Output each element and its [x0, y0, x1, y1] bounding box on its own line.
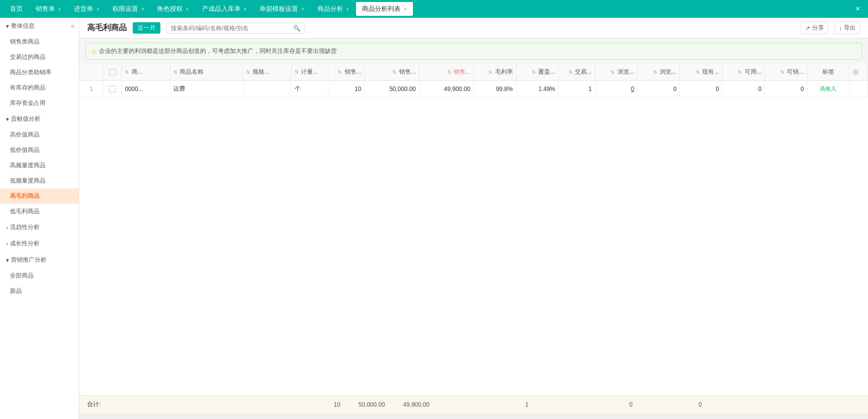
td-tag: 高收入: [807, 81, 850, 97]
nav-roles[interactable]: 角色授权 ×: [151, 2, 195, 16]
window-close-button[interactable]: ×: [852, 4, 864, 13]
page-title: 高毛利商品: [87, 23, 127, 33]
period-button[interactable]: 近一月: [133, 22, 160, 34]
th-trade[interactable]: 交易...: [559, 64, 595, 81]
th-sales-amt[interactable]: 销售...: [364, 64, 419, 81]
sidebar-collapse-button[interactable]: «: [71, 22, 75, 30]
sidebar-item-sales-goods[interactable]: 销售类商品: [0, 34, 79, 49]
td-stock2: 0: [722, 81, 765, 97]
nav-permissions-label: 权限设置: [112, 4, 138, 13]
td-trade: 1: [559, 81, 595, 97]
sidebar-item-stock-capital[interactable]: 库存资金占用: [0, 95, 79, 111]
search-icon[interactable]: 🔍: [293, 25, 301, 32]
column-settings-icon[interactable]: ⚙: [853, 68, 859, 76]
th-unit[interactable]: 计量...: [291, 64, 328, 81]
nav-roles-close[interactable]: ×: [186, 6, 189, 12]
nav-product-analysis-close[interactable]: ×: [346, 6, 349, 12]
sidebar-item-high-value-label: 高价值商品: [10, 131, 40, 138]
sidebar-item-category-rate[interactable]: 商品分类助销率: [0, 65, 79, 80]
horizontal-scrollbar[interactable]: [79, 413, 868, 419]
nav-template-settings-label: 单据模板设置: [259, 4, 298, 13]
sidebar-item-high-value[interactable]: 高价值商品: [0, 127, 79, 142]
th-num: [79, 64, 103, 81]
nav-home[interactable]: 首页: [4, 2, 29, 16]
th-sales-cost[interactable]: 销售...: [419, 64, 473, 81]
nav-analysis-list-close[interactable]: ×: [404, 6, 407, 12]
nav-analysis-list-label: 商品分析列表: [362, 4, 401, 13]
th-browse2[interactable]: 浏览...: [637, 64, 680, 81]
export-button[interactable]: ↓ 导出: [834, 22, 860, 34]
nav-finished-goods[interactable]: 产成品入库单 ×: [196, 2, 253, 16]
sidebar-group-trend[interactable]: › 流趋性分析: [0, 219, 79, 235]
th-cover[interactable]: 覆盖...: [516, 64, 559, 81]
browse1-link[interactable]: 0: [631, 86, 634, 93]
footer-saleable: 0: [670, 401, 705, 408]
nav-home-label: 首页: [10, 4, 23, 13]
sidebar-item-low-margin[interactable]: 低毛利商品: [0, 204, 79, 219]
nav-template-settings[interactable]: 单据模板设置 ×: [254, 2, 310, 16]
footer-bar: 合计: 10 50,000.00 49,900.00 1 0 0: [79, 395, 868, 413]
footer-total-label: 合计:: [87, 400, 101, 409]
search-box: 🔍: [166, 23, 305, 34]
th-name[interactable]: 商品名称: [170, 64, 243, 81]
sidebar-item-new-goods[interactable]: 新品: [0, 283, 79, 299]
th-spec[interactable]: 规格...: [243, 64, 291, 81]
header-actions: ↗ 分享 ↓ 导出: [801, 22, 860, 34]
sidebar-group-growth[interactable]: › 成长性分析: [0, 235, 79, 252]
nav-permissions-close[interactable]: ×: [141, 6, 144, 12]
table-container[interactable]: 商... 商品名称 规格... 计量... 销售...: [79, 64, 868, 395]
nav-finished-goods-label: 产成品入库单: [202, 4, 241, 13]
header-checkbox[interactable]: [109, 69, 116, 76]
top-navigation: 首页 销售单 × 进货单 × 权限设置 × 角色授权 × 产成品入库单 × 单据…: [0, 0, 868, 18]
sidebar-item-high-freq[interactable]: 高频量度商品: [0, 158, 79, 173]
nav-finished-goods-close[interactable]: ×: [244, 6, 247, 12]
nav-permissions[interactable]: 权限设置 ×: [106, 2, 150, 16]
th-code[interactable]: 商...: [122, 64, 170, 81]
th-stock2[interactable]: 可用...: [722, 64, 765, 81]
th-sales-qty[interactable]: 销售...: [328, 64, 364, 81]
nav-product-analysis[interactable]: 商品分析 ×: [311, 2, 355, 16]
th-stock1[interactable]: 现有...: [680, 64, 722, 81]
sidebar-group-contribution-label: 贡献值分析: [11, 115, 41, 123]
nav-purchase-close[interactable]: ×: [96, 6, 99, 12]
sidebar-group-contribution[interactable]: ▾ 贡献值分析: [0, 111, 79, 127]
sidebar-item-low-value[interactable]: 低价值商品: [0, 142, 79, 158]
sidebar-item-traded-goods-label: 交易过的商品: [10, 53, 46, 60]
sidebar-item-low-freq-label: 低频量度商品: [10, 177, 46, 184]
td-browse2: 0: [637, 81, 680, 97]
sidebar-group-trend-label: 流趋性分析: [10, 223, 40, 232]
sidebar-item-high-margin[interactable]: 高毛利商品: [0, 188, 79, 204]
nav-analysis-list[interactable]: 商品分析列表 ×: [356, 2, 412, 16]
row-checkbox[interactable]: [109, 86, 116, 93]
nav-template-settings-close[interactable]: ×: [301, 6, 304, 12]
th-saleable[interactable]: 可销...: [765, 64, 807, 81]
export-icon: ↓: [839, 25, 842, 32]
nav-purchase[interactable]: 进货单 ×: [68, 2, 105, 16]
sidebar-item-in-stock[interactable]: 有库存的商品: [0, 80, 79, 95]
content-area: 高毛利商品 近一月 🔍 ↗ 分享 ↓ 导出 ◇ 企业的主要的利润都是这部分商品创…: [79, 18, 868, 419]
th-gross[interactable]: 毛利率: [473, 64, 516, 81]
nav-purchase-label: 进货单: [74, 4, 93, 13]
sidebar-group-overall[interactable]: ▾ 整体信息: [0, 18, 79, 34]
sidebar-item-in-stock-label: 有库存的商品: [10, 84, 46, 91]
footer-sales-amt: 50,000.00: [343, 401, 388, 408]
sidebar-item-all-goods[interactable]: 全部商品: [0, 268, 79, 283]
sidebar-item-high-margin-label: 高毛利商品: [10, 192, 40, 199]
th-browse1[interactable]: 浏览...: [595, 64, 638, 81]
sidebar-group-marketing[interactable]: ▾ 营销推广分析: [0, 252, 79, 268]
nav-sales[interactable]: 销售单 ×: [30, 2, 67, 16]
sidebar-item-low-margin-label: 低毛利商品: [10, 208, 40, 215]
sidebar-group-marketing-icon: ▾: [6, 257, 9, 264]
footer-sales-cost: 49,900.00: [388, 401, 432, 408]
nav-sales-close[interactable]: ×: [58, 6, 61, 12]
sidebar-group-overall-label: 整体信息: [11, 22, 35, 30]
search-input[interactable]: [171, 25, 291, 32]
th-check: [103, 64, 122, 81]
sidebar-item-traded-goods[interactable]: 交易过的商品: [0, 49, 79, 65]
sidebar-item-low-freq[interactable]: 低频量度商品: [0, 173, 79, 188]
info-icon: ◇: [92, 48, 96, 55]
share-button[interactable]: ↗ 分享: [801, 22, 828, 34]
nav-roles-label: 角色授权: [157, 4, 183, 13]
td-empty: [850, 81, 868, 97]
share-icon: ↗: [805, 25, 810, 32]
